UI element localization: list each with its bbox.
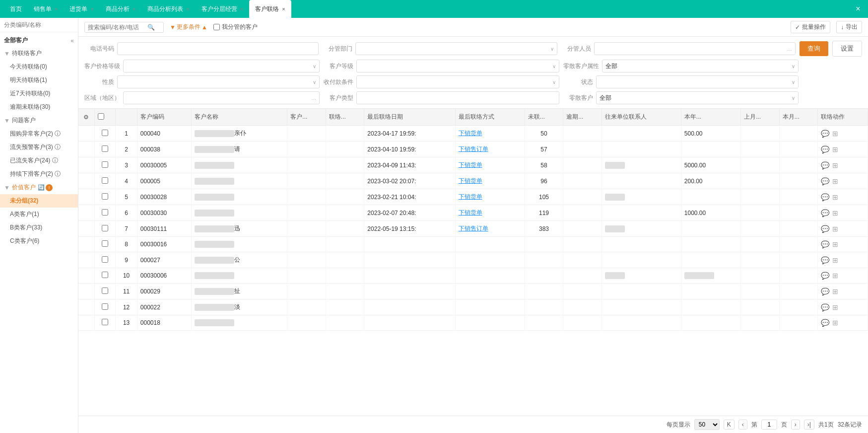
- nav-customer-contact[interactable]: 客户联络 ×: [249, 0, 291, 18]
- sidebar-item-7days[interactable]: 近7天待联络(0): [0, 87, 78, 100]
- td-last-method[interactable]: [455, 237, 525, 252]
- customer-level-select[interactable]: ∨: [356, 60, 559, 72]
- chat-icon[interactable]: 💬: [821, 209, 829, 217]
- td-action[interactable]: 💬 ⊞: [818, 157, 868, 173]
- td-last-method[interactable]: [455, 268, 525, 284]
- nav-product-list[interactable]: 商品分析列表 ×: [141, 0, 195, 18]
- td-last-method[interactable]: [455, 252, 525, 268]
- grid-icon[interactable]: ⊞: [832, 288, 838, 295]
- td-checkbox[interactable]: [94, 315, 116, 331]
- td-checkbox[interactable]: [94, 205, 116, 221]
- close-purchase-icon[interactable]: ×: [90, 6, 93, 12]
- td-checkbox[interactable]: [94, 284, 116, 299]
- collapse-icon[interactable]: «: [70, 37, 74, 44]
- payment-select[interactable]: ∨: [356, 75, 559, 88]
- grid-icon[interactable]: ⊞: [832, 209, 838, 217]
- td-action[interactable]: 💬 ⊞: [818, 126, 868, 142]
- region-select[interactable]: …: [123, 91, 320, 104]
- grid-icon[interactable]: ⊞: [832, 130, 838, 138]
- grid-icon[interactable]: ⊞: [832, 161, 838, 169]
- td-action[interactable]: 💬 ⊞: [818, 237, 868, 252]
- td-checkbox[interactable]: [94, 126, 116, 142]
- td-action[interactable]: 💬 ⊞: [818, 205, 868, 221]
- td-checkbox[interactable]: [94, 221, 116, 237]
- chat-icon[interactable]: 💬: [821, 177, 829, 185]
- next-page-btn[interactable]: ›: [791, 420, 800, 430]
- row-checkbox[interactable]: [102, 240, 108, 247]
- sidebar-item-overdue[interactable]: 逾期未联络(30): [0, 100, 78, 114]
- nav-sales[interactable]: 销售单 ×: [28, 0, 64, 18]
- td-last-method[interactable]: 下销货单: [455, 189, 525, 205]
- row-checkbox[interactable]: [102, 256, 108, 263]
- td-last-method[interactable]: 下销货单: [455, 173, 525, 189]
- retail-attr-select[interactable]: 全部∨: [602, 60, 799, 72]
- main-search-icon[interactable]: 🔍: [147, 24, 155, 31]
- sidebar-item-churn-warning[interactable]: 流失预警客户(3) ⓘ: [0, 141, 78, 154]
- td-last-method[interactable]: [455, 315, 525, 331]
- th-un-contact[interactable]: 未联...: [525, 109, 563, 126]
- close-customer-contact-icon[interactable]: ×: [282, 6, 285, 12]
- group-pending-contact[interactable]: ▼ 待联络客户: [0, 47, 78, 60]
- th-this-month[interactable]: 本月...: [779, 109, 818, 126]
- td-action[interactable]: 💬 ⊞: [818, 173, 868, 189]
- retail-customer-select[interactable]: 全部∨: [596, 91, 799, 104]
- batch-ops-btn[interactable]: ✓ 批量操作: [791, 21, 830, 33]
- th-contact[interactable]: 联络...: [326, 109, 364, 126]
- sidebar-item-tomorrow[interactable]: 明天待联络(1): [0, 73, 78, 87]
- main-search-input[interactable]: [88, 24, 147, 31]
- td-last-method[interactable]: 下销货单: [455, 157, 525, 173]
- grid-icon[interactable]: ⊞: [832, 177, 838, 185]
- sidebar-item-class-c[interactable]: C类客户(6): [0, 234, 78, 248]
- my-customers-checkbox[interactable]: [213, 24, 220, 30]
- more-conditions-btn[interactable]: ▼ 更多条件 ▲: [170, 23, 207, 31]
- grid-icon[interactable]: ⊞: [832, 303, 838, 311]
- grid-icon[interactable]: ⊞: [832, 225, 838, 233]
- row-checkbox[interactable]: [102, 319, 108, 325]
- td-checkbox[interactable]: [94, 237, 116, 252]
- th-overdue[interactable]: 逾期...: [563, 109, 602, 126]
- td-last-method[interactable]: 下销售订单: [455, 221, 525, 237]
- close-product-list-icon[interactable]: ×: [186, 6, 189, 12]
- th-category[interactable]: 客户...: [287, 109, 326, 126]
- chat-icon[interactable]: 💬: [821, 130, 829, 138]
- th-code[interactable]: 客户编码: [137, 109, 191, 126]
- td-action[interactable]: 💬 ⊞: [818, 268, 868, 284]
- td-last-method[interactable]: 下销售订单: [455, 142, 525, 157]
- sidebar-item-ungroup[interactable]: 未分组(32): [0, 194, 78, 208]
- td-action[interactable]: 💬 ⊞: [818, 315, 868, 331]
- nature-select[interactable]: ∨: [117, 75, 320, 88]
- td-checkbox[interactable]: [94, 157, 116, 173]
- dept-select[interactable]: ∨: [355, 42, 557, 55]
- prev-page-btn[interactable]: ‹: [738, 420, 747, 430]
- sidebar-item-abnormal[interactable]: 囤购异常客户(2) ⓘ: [0, 127, 78, 141]
- nav-product-analysis[interactable]: 商品分析 ×: [100, 0, 141, 18]
- sidebar-item-today[interactable]: 今天待联络(0): [0, 60, 78, 73]
- row-checkbox[interactable]: [102, 145, 108, 152]
- td-action[interactable]: 💬 ⊞: [818, 221, 868, 237]
- row-checkbox[interactable]: [102, 272, 108, 278]
- price-level-select[interactable]: ∨: [123, 60, 320, 72]
- chat-icon[interactable]: 💬: [821, 303, 829, 311]
- row-checkbox[interactable]: [102, 177, 108, 184]
- nav-customer-ops[interactable]: 客户分层经营 ×: [196, 0, 249, 18]
- chat-icon[interactable]: 💬: [821, 193, 829, 201]
- chat-icon[interactable]: 💬: [821, 288, 829, 295]
- first-page-btn[interactable]: K: [724, 420, 734, 430]
- sidebar-search-input[interactable]: [4, 21, 78, 28]
- phone-input[interactable]: [117, 42, 319, 55]
- sidebar-item-churned[interactable]: 已流失客户(24) ⓘ: [0, 154, 78, 167]
- nav-purchase[interactable]: 进货单 ×: [64, 0, 99, 18]
- chat-icon[interactable]: 💬: [821, 145, 829, 153]
- chat-icon[interactable]: 💬: [821, 240, 829, 248]
- row-checkbox[interactable]: [102, 288, 108, 294]
- th-last-month[interactable]: 上月...: [741, 109, 780, 126]
- th-this-year[interactable]: 本年...: [681, 109, 740, 126]
- customer-type-input[interactable]: [356, 91, 559, 104]
- reset-btn[interactable]: 设置: [832, 41, 862, 57]
- my-customers-filter[interactable]: 我分管的客户: [213, 23, 258, 31]
- row-checkbox[interactable]: [102, 303, 108, 310]
- td-last-method[interactable]: 下销货单: [455, 205, 525, 221]
- td-checkbox[interactable]: [94, 173, 116, 189]
- row-checkbox[interactable]: [102, 130, 108, 136]
- sidebar-item-declining[interactable]: 持续下滑客户(2) ⓘ: [0, 167, 78, 181]
